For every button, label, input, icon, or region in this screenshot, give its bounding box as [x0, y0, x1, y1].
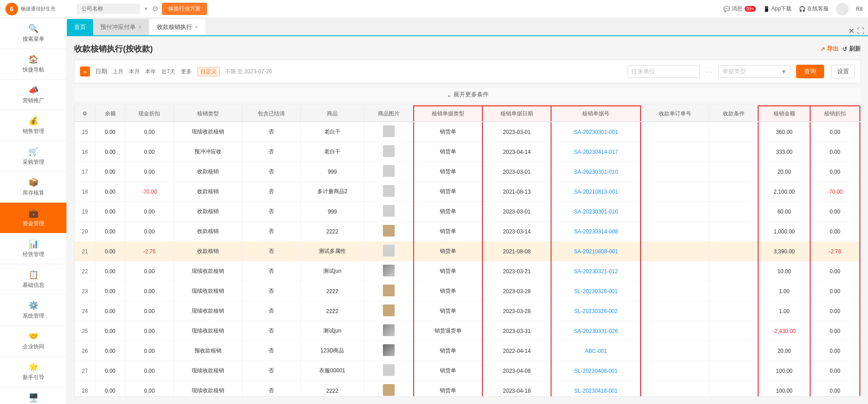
row-receipt-order — [641, 381, 709, 397]
row-writeoff-discount: 0.00 — [810, 341, 860, 361]
row-bill-no[interactable]: SA-20230301-010 — [551, 162, 640, 182]
col-bill-no-header: 核销单据号 — [551, 106, 640, 122]
tab-close-window-icon[interactable]: ✕ — [849, 27, 854, 35]
refresh-button[interactable]: ↺ 刷新 — [842, 45, 861, 53]
row-bill-date: 2023-04-18 — [482, 381, 551, 397]
sidebar-item-purchase[interactable]: 🛒 采购管理 — [0, 141, 66, 172]
sidebar-item-basic[interactable]: 📋 基础信息 — [0, 264, 66, 295]
row-writeoff-amount: 10.00 — [758, 261, 810, 281]
row-bill-no[interactable]: ABC-001 — [551, 341, 640, 361]
col-writeoff-amount-header: 核销金额 — [758, 106, 810, 122]
table-row: 250.000.00现续收款核销否测试jun销货退货单2023-03-31SA-… — [75, 321, 860, 341]
sidebar-item-search[interactable]: 🔍 搜索菜单 — [0, 18, 66, 49]
more-date-filter[interactable]: 更多 — [181, 68, 192, 76]
operation-icon: 📊 — [28, 239, 38, 249]
tab-collection[interactable]: 收款核销执行 × — [150, 19, 205, 35]
messages-button[interactable]: 💬 消息 99+ — [723, 5, 756, 13]
sidebar-item-finance[interactable]: 💼 资金管理 — [0, 203, 66, 233]
col-cash-discount-header: 现金折扣 — [125, 106, 174, 122]
filter-expand-arrow-button[interactable]: » — [80, 67, 90, 76]
row-num: 26 — [75, 341, 95, 361]
tab-home[interactable]: 首页 — [67, 19, 93, 35]
row-balance: 0.00 — [95, 301, 125, 321]
page-actions: ↗ 导出 ↺ 刷新 — [820, 45, 861, 53]
row-bill-no[interactable]: SL-20230408-001 — [551, 361, 640, 381]
row-balance: 0.00 — [95, 202, 125, 222]
table-row: 230.000.00现续收款核销否2222销货单2023-03-28SL-202… — [75, 281, 860, 301]
row-include-settled: 否 — [242, 122, 300, 142]
row-writeoff-type: 预冲冲应收 — [174, 142, 242, 162]
sidebar-item-guide[interactable]: 🌟 新手引导 — [0, 356, 66, 387]
partner-filter-input[interactable]: 往来单位 — [627, 65, 700, 78]
page-title: 收款核销执行(按收款) — [74, 43, 153, 54]
sidebar-item-operation[interactable]: 📊 经营管理 — [0, 233, 66, 264]
row-receipt-order — [641, 122, 709, 142]
tab-prepay[interactable]: 预付冲应付单 × — [93, 19, 149, 35]
this-month-filter[interactable]: 本月 — [129, 68, 140, 76]
row-cash-discount: 0.00 — [125, 202, 174, 222]
sidebar-item-corp[interactable]: 🤝 企业协同 — [0, 326, 66, 356]
tab-maximize-icon[interactable]: ⛶ — [857, 27, 864, 35]
this-year-filter[interactable]: 本年 — [145, 68, 156, 76]
company-chevron-icon[interactable]: ▼ — [144, 6, 148, 11]
row-bill-date: 2023-03-01 — [482, 162, 551, 182]
tab-collection-close-icon[interactable]: × — [195, 24, 198, 30]
row-bill-no[interactable]: SA-20230301-010 — [551, 202, 640, 222]
settings-button[interactable]: 设置 — [831, 65, 855, 78]
query-button[interactable]: 查询 — [796, 65, 824, 78]
page-content: 收款核销执行(按收款) ↗ 导出 ↺ 刷新 » 日期 上月 — [67, 36, 868, 404]
company-selector[interactable]: 公司名称 — [77, 4, 140, 14]
row-bill-no[interactable]: SL-20230418-001 — [551, 381, 640, 397]
sidebar-item-sales[interactable]: 💰 销售管理 — [0, 110, 66, 141]
row-bill-no[interactable]: SA-20230414-017 — [551, 142, 640, 162]
row-writeoff-discount: 0.00 — [810, 301, 860, 321]
row-bill-no[interactable]: SA-20230314-008 — [551, 222, 640, 242]
app-download-button[interactable]: 📱 App下载 — [763, 5, 792, 13]
hardware-icon: 🖥️ — [28, 393, 38, 403]
main-area: 首页 预付冲应付单 × 收款核销执行 × ✕ ⛶ 收款核销执行(按收款) — [67, 18, 868, 404]
row-receipt-order — [641, 301, 709, 321]
trial-button[interactable]: 体验行业方案 — [162, 3, 207, 15]
row-writeoff-amount: 20.00 — [758, 162, 810, 182]
row-num: 20 — [75, 222, 95, 242]
bill-type-filter-select[interactable]: 单据类型 ▼ — [718, 65, 791, 78]
row-bill-no[interactable]: SA-20210808-001 — [551, 242, 640, 261]
col-bill-date-header: 核销单据日期 — [482, 106, 551, 122]
custom-date-filter[interactable]: 自定义 — [197, 67, 220, 76]
sidebar-item-system[interactable]: ⚙️ 系统管理 — [0, 295, 66, 326]
row-bill-no[interactable]: SA-20230331-026 — [551, 321, 640, 341]
row-balance: 0.00 — [95, 142, 125, 162]
row-writeoff-type: 现续收款核销 — [174, 381, 242, 397]
avatar[interactable] — [836, 3, 849, 15]
last7-filter[interactable]: 近7天 — [161, 68, 175, 76]
row-bill-no[interactable]: SA-20230321-012 — [551, 261, 640, 281]
row-receipt-order — [641, 321, 709, 341]
row-bill-date: 2023-03-01 — [482, 202, 551, 222]
row-writeoff-discount: 0.00 — [810, 381, 860, 397]
row-goods-img — [364, 281, 414, 301]
tab-prepay-close-icon[interactable]: × — [138, 24, 142, 30]
sidebar-item-inventory[interactable]: 📦 库存核算 — [0, 172, 66, 203]
row-bill-no[interactable]: SA-20230301-001 — [551, 122, 640, 142]
export-button[interactable]: ↗ 导出 — [820, 45, 839, 53]
sidebar-item-marketing[interactable]: 📣 营销推广 — [0, 80, 66, 110]
col-settings-header[interactable]: ⚙ — [75, 106, 95, 122]
settings-icon[interactable]: ⚙ — [152, 5, 158, 13]
row-balance: 0.00 — [95, 281, 125, 301]
row-writeoff-discount: 0.00 — [810, 162, 860, 182]
row-receipt-order — [641, 281, 709, 301]
sidebar-item-quicknav[interactable]: 🏠 快捷导航 — [0, 49, 66, 80]
row-bill-no[interactable]: SA-20210813-001 — [551, 182, 640, 202]
row-writeoff-discount: 0.00 — [810, 222, 860, 242]
row-balance: 0.00 — [95, 222, 125, 242]
row-bill-no[interactable]: SL-20230328-001 — [551, 281, 640, 301]
online-service-button[interactable]: 🎧 在线客服 — [799, 5, 829, 13]
last-month-filter[interactable]: 上月 — [113, 68, 123, 76]
row-balance: 0.00 — [95, 162, 125, 182]
expand-conditions-bar[interactable]: ⌄ 展开更多条件 — [74, 88, 861, 101]
sidebar-item-label: 快捷导航 — [23, 66, 44, 74]
guide-icon: 🌟 — [28, 362, 38, 372]
row-bill-date: 2023-04-08 — [482, 361, 551, 381]
row-bill-no[interactable]: SL-20230328-002 — [551, 301, 640, 321]
sidebar-item-hardware[interactable]: 🖥️ 智能硬件 — [0, 387, 66, 404]
